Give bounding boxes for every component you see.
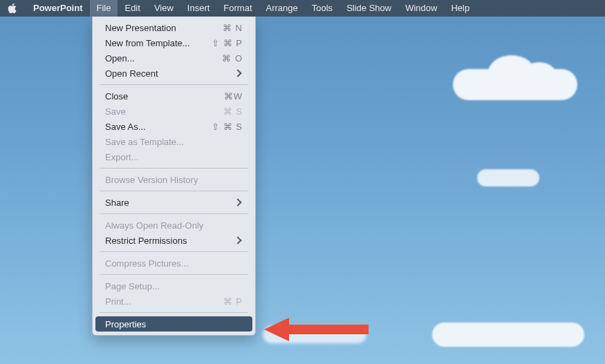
menubar-item-edit[interactable]: Edit [118, 0, 147, 17]
menu-item-label: Restrict Permissions [105, 236, 187, 246]
menu-item-label: Properties [105, 319, 146, 329]
menubar-item-help[interactable]: Help [444, 0, 476, 17]
menu-separator [100, 274, 248, 275]
menu-item-properties[interactable]: Properties [95, 316, 252, 332]
menu-shortcut: ⇧ ⌘ S [212, 122, 243, 132]
menu-item-save: Save⌘ S [95, 104, 252, 119]
menu-item-label: Save [105, 106, 126, 117]
cloud-decoration [453, 69, 577, 100]
menubar-item-file[interactable]: File [90, 0, 118, 17]
cloud-decoration [432, 323, 584, 347]
menu-item-label: Share [105, 198, 129, 208]
menu-item-compress-pictures: Compress Pictures... [95, 256, 252, 271]
menu-item-label: Always Open Read-Only [105, 220, 203, 231]
menu-item-label: Print... [105, 296, 131, 307]
menu-item-label: Save As... [105, 122, 146, 132]
menu-item-new-presentation[interactable]: New Presentation⌘ N [95, 20, 252, 35]
menubar-item-format[interactable]: Format [216, 0, 259, 17]
menu-shortcut: ⌘ N [223, 23, 243, 33]
chevron-right-icon [234, 69, 241, 77]
menu-item-open[interactable]: Open...⌘ O [95, 50, 252, 66]
menu-item-label: Open Recent [105, 68, 158, 79]
menu-separator [100, 213, 248, 214]
menu-item-label: Compress Pictures... [105, 258, 189, 269]
menu-shortcut: ⌘W [224, 91, 243, 102]
menubar-item-view[interactable]: View [147, 0, 180, 17]
menu-item-new-from-template[interactable]: New from Template...⇧ ⌘ P [95, 35, 252, 50]
menu-item-open-recent[interactable]: Open Recent [95, 66, 252, 81]
menu-item-label: Save as Template... [105, 137, 184, 147]
menu-item-save-as[interactable]: Save As...⇧ ⌘ S [95, 119, 252, 134]
menu-item-label: New from Template... [105, 38, 190, 48]
menu-item-always-open-read-only: Always Open Read-Only [95, 218, 252, 233]
menubar-item-tools[interactable]: Tools [305, 0, 339, 17]
menu-item-browse-version-history: Browse Version History [95, 172, 252, 187]
menubar-item-window[interactable]: Window [398, 0, 444, 17]
menu-separator [100, 191, 248, 191]
menu-item-close[interactable]: Close⌘W [95, 88, 252, 104]
menu-separator [100, 312, 248, 313]
menu-shortcut: ⌘ O [222, 53, 243, 64]
menu-separator [100, 251, 248, 252]
menu-shortcut: ⌘ S [223, 106, 243, 117]
menubar-item-arrange[interactable]: Arrange [259, 0, 305, 17]
menu-item-restrict-permissions[interactable]: Restrict Permissions [95, 233, 252, 248]
menubar: PowerPoint FileEditViewInsertFormatArran… [0, 0, 605, 17]
menu-item-share[interactable]: Share [95, 195, 252, 210]
menu-item-print: Print...⌘ P [95, 294, 252, 309]
menu-item-save-as-template: Save as Template... [95, 134, 252, 149]
apple-logo-icon[interactable] [7, 3, 18, 14]
menu-item-page-setup: Page Setup... [95, 278, 252, 294]
menu-item-label: Close [105, 91, 128, 102]
menu-item-label: Page Setup... [105, 281, 160, 291]
menu-shortcut: ⇧ ⌘ P [212, 38, 243, 48]
menubar-appname[interactable]: PowerPoint [26, 0, 90, 17]
menu-item-label: Browse Version History [105, 175, 198, 185]
menubar-item-insert[interactable]: Insert [180, 0, 217, 17]
menu-item-label: Open... [105, 53, 135, 64]
menubar-item-slide-show[interactable]: Slide Show [339, 0, 398, 17]
menu-shortcut: ⌘ P [223, 296, 243, 307]
menu-separator [100, 168, 248, 169]
file-menu-dropdown: New Presentation⌘ NNew from Template...⇧… [92, 17, 256, 336]
menu-item-label: Export... [105, 152, 138, 162]
annotation-arrow [264, 318, 369, 341]
menu-item-export: Export... [95, 149, 252, 164]
cloud-decoration [477, 169, 539, 186]
chevron-right-icon [234, 236, 241, 244]
menu-separator [100, 84, 248, 85]
chevron-right-icon [234, 198, 241, 206]
menu-item-label: New Presentation [105, 23, 176, 33]
